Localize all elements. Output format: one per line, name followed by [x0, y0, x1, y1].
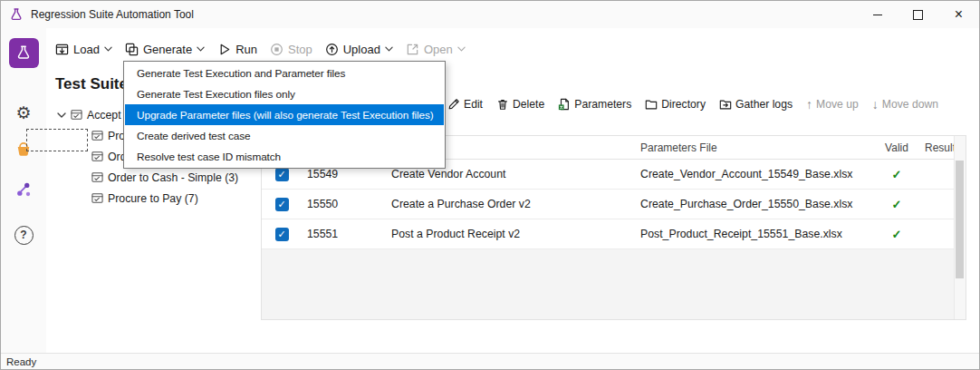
pencil-icon [447, 98, 460, 111]
generate-button[interactable]: Generate [125, 43, 205, 56]
table-row[interactable]: ✓ 15551 Post a Product Receipt v2 Post_P… [262, 219, 966, 249]
chevron-down-icon [57, 112, 66, 118]
run-button[interactable]: Run [217, 43, 257, 56]
minimize-icon [873, 15, 882, 15]
move-up-button[interactable]: ↑ Move up [806, 98, 859, 111]
header-parameters-file: Parameters File [635, 141, 874, 154]
generate-label: Generate [143, 43, 192, 56]
check-icon: ✓ [277, 200, 285, 209]
open-button[interactable]: Open [406, 43, 466, 56]
flask-icon [15, 44, 32, 61]
edit-button[interactable]: Edit [447, 98, 483, 111]
trash-icon [496, 98, 509, 111]
valid-check-icon: ✓ [892, 228, 902, 241]
move-down-button[interactable]: ↓ Move down [872, 98, 938, 111]
sidebar-item-help[interactable]: ? [1, 218, 46, 252]
folder-arrow-icon [719, 98, 732, 111]
sidebar-item-services[interactable] [1, 172, 46, 207]
testcase-id: 15551 [302, 228, 386, 240]
row-checkbox[interactable]: ✓ [275, 228, 289, 241]
generate-icon [125, 43, 139, 56]
header-valid: Valid [874, 141, 919, 154]
parameters-button[interactable]: Parameters [558, 98, 631, 111]
testcase-name: Post a Product Receipt v2 [386, 228, 635, 240]
sidebar-item-tasks[interactable] [1, 131, 46, 166]
titlebar[interactable]: Regression Suite Automation Tool × [1, 1, 979, 28]
row-checkbox[interactable]: ✓ [275, 198, 289, 211]
excel-parameters-icon [558, 98, 571, 111]
gather-logs-button[interactable]: Gather logs [719, 98, 793, 111]
tree-item-order-to-cash-simple[interactable]: Order to Cash - Simple (3) [46, 167, 238, 188]
app-window: Regression Suite Automation Tool × ⚙ [0, 0, 980, 370]
run-label: Run [235, 43, 257, 56]
window-controls: × [857, 1, 979, 28]
chevron-down-icon [385, 46, 393, 52]
parameters-file: Post_Product_Receipt_15551_Base.xlsx [635, 228, 874, 240]
delete-label: Delete [513, 98, 544, 111]
arrow-up-icon: ↑ [806, 98, 812, 111]
menu-item-generate-execution-and-parameter-files[interactable]: Generate Test Execution and Parameter fi… [125, 63, 444, 83]
test-suite-icon [91, 171, 103, 183]
testcase-id: 15549 [302, 168, 386, 180]
directory-label: Directory [661, 98, 706, 111]
vertical-scrollbar[interactable] [954, 136, 966, 319]
run-icon [217, 43, 231, 56]
testcase-name: Create a Purchase Order v2 [386, 198, 635, 210]
gather-logs-label: Gather logs [735, 98, 793, 111]
bucket-icon [14, 140, 33, 158]
folder-icon [645, 98, 658, 111]
maximize-icon [913, 10, 923, 20]
upload-button[interactable]: Upload [325, 43, 393, 56]
grid-toolbar: Edit Delete Parameters Directory Gather … [447, 93, 938, 115]
status-text: Ready [6, 356, 36, 367]
question-glyph: ? [20, 229, 26, 241]
test-suite-icon [91, 130, 103, 141]
row-checkbox[interactable]: ✓ [275, 168, 289, 181]
arrow-down-icon: ↓ [872, 98, 879, 111]
open-label: Open [424, 43, 453, 56]
valid-check-icon: ✓ [892, 168, 902, 181]
menu-item-generate-execution-files-only[interactable]: Generate Test Execution files only [125, 83, 444, 104]
upload-icon [325, 43, 339, 56]
stop-button[interactable]: Stop [270, 43, 312, 56]
window-title: Regression Suite Automation Tool [31, 8, 194, 21]
stop-icon [270, 43, 283, 56]
tree-item-procure-to-pay[interactable]: Procure to Pay (7) [46, 188, 238, 209]
menu-item-upgrade-parameter-files[interactable]: Upgrade Parameter files (will also gener… [125, 104, 444, 125]
minimize-button[interactable] [857, 1, 898, 28]
table-row[interactable]: ✓ 15550 Create a Purchase Order v2 Creat… [262, 190, 966, 219]
stop-label: Stop [288, 43, 312, 56]
parameters-file: Create_Vendor_Account_15549_Base.xlsx [635, 168, 874, 180]
menu-item-resolve-test-case-id-mismatch[interactable]: Resolve test case ID mismatch [125, 146, 444, 167]
main-toolbar: Load Generate Run Stop Upload [55, 37, 466, 61]
close-button[interactable]: × [938, 1, 979, 28]
maximize-button[interactable] [898, 1, 938, 28]
parameters-file: Create_Purchase_Order_15550_Base.xlsx [635, 198, 874, 210]
help-icon: ? [14, 226, 34, 245]
app-icon [9, 7, 24, 22]
menu-item-create-derived-test-case[interactable]: Create derived test case [125, 125, 444, 146]
parameters-label: Parameters [574, 98, 631, 111]
testcase-name: Create Vendor Account [386, 168, 635, 180]
testcase-id: 15550 [302, 198, 386, 210]
chevron-down-icon [197, 46, 205, 52]
delete-button[interactable]: Delete [496, 98, 544, 111]
sidebar-item-tests-active[interactable] [1, 35, 46, 70]
close-icon: × [955, 7, 963, 22]
directory-button[interactable]: Directory [645, 98, 706, 111]
flask-tile [9, 38, 39, 68]
status-bar: Ready [1, 353, 979, 369]
upload-label: Upload [343, 43, 380, 56]
load-button[interactable]: Load [55, 43, 112, 56]
test-suite-icon [91, 151, 103, 162]
load-label: Load [73, 43, 100, 56]
chevron-down-icon [104, 46, 112, 52]
tree-item-label: Accept [87, 109, 121, 122]
check-icon: ✓ [277, 229, 285, 239]
sidebar-item-settings[interactable]: ⚙ [1, 95, 46, 130]
scrollbar-thumb[interactable] [956, 161, 964, 278]
check-icon: ✓ [277, 170, 285, 180]
gear-icon: ⚙ [15, 104, 31, 122]
tree-item-label: Order to Cash - Simple (3) [108, 171, 238, 184]
services-icon [14, 180, 33, 199]
